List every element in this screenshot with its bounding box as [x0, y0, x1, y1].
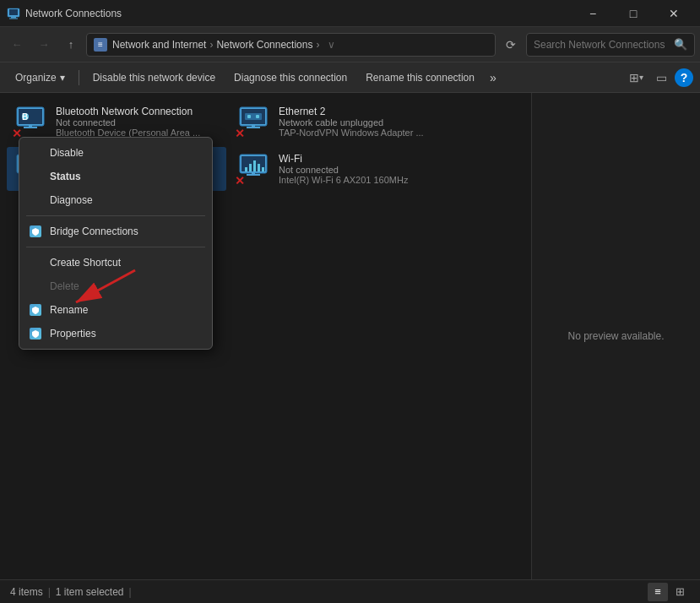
svg-rect-30: [253, 160, 256, 171]
ctx-disable[interactable]: Disable: [19, 141, 212, 165]
error-badge: ✕: [235, 174, 245, 187]
toolbar-separator-1: [79, 70, 79, 85]
back-button[interactable]: ←: [5, 33, 29, 57]
ctx-rename-icon: [28, 302, 43, 318]
svg-rect-15: [247, 115, 251, 118]
addressbar: ← → ↑ ≡ Network and Internet › Network C…: [0, 27, 700, 62]
breadcrumb[interactable]: ≡ Network and Internet › Network Connect…: [86, 33, 496, 57]
svg-rect-27: [247, 174, 260, 176]
ctx-delete: Delete: [19, 274, 212, 298]
breadcrumb-icon: ≡: [94, 38, 107, 52]
item-icon-wrap: ✕: [236, 106, 270, 139]
svg-rect-2: [11, 17, 16, 19]
preview-text: No preview available.: [567, 330, 664, 342]
svg-rect-1: [9, 9, 18, 15]
toolbar: Organize ▾ Disable this network device D…: [0, 62, 700, 93]
ctx-shortcut[interactable]: Create Shortcut: [19, 251, 212, 274]
context-menu: Disable Status Diagnose Bridge Connectio…: [19, 137, 213, 350]
ctx-separator-2: [26, 247, 205, 247]
close-button[interactable]: ✕: [654, 0, 693, 27]
disable-network-button[interactable]: Disable this network device: [84, 66, 224, 90]
svg-rect-12: [252, 124, 255, 127]
maximize-button[interactable]: □: [614, 0, 653, 27]
statusbar: 4 items | 1 item selected | ≡ ⊞: [0, 579, 700, 603]
status-details-view-button[interactable]: ≡: [648, 583, 668, 601]
breadcrumb-path2: Network Connections: [216, 39, 312, 51]
ctx-bridge[interactable]: Bridge Connections: [19, 220, 212, 243]
ctx-rename[interactable]: Rename: [19, 298, 212, 322]
search-input[interactable]: [534, 39, 674, 51]
search-box[interactable]: 🔍: [526, 33, 695, 57]
shield-icon: [30, 304, 41, 316]
item-status: Network cable unplugged: [279, 117, 424, 128]
refresh-button[interactable]: ⟳: [499, 33, 523, 57]
item-device: TAP-NordVPN Windows Adapter ...: [279, 128, 424, 138]
titlebar: Network Connections − □ ✕: [0, 0, 700, 27]
diagnose-button[interactable]: Diagnose this connection: [225, 66, 355, 90]
ctx-separator-1: [26, 215, 205, 216]
ctx-status[interactable]: Status: [19, 165, 212, 188]
ctx-rename-label: Rename: [50, 304, 88, 316]
item-icon-wrap: B ✕: [14, 106, 47, 139]
ctx-bridge-label: Bridge Connections: [50, 225, 138, 237]
item-name: Wi-Fi: [279, 153, 408, 165]
status-sep-1: |: [48, 586, 51, 598]
svg-rect-3: [9, 18, 18, 19]
list-item[interactable]: ✕ Ethernet 2 Network cable unplugged TAP…: [230, 100, 449, 144]
status-sep-2: |: [129, 586, 132, 598]
ctx-disable-label: Disable: [50, 147, 84, 159]
item-name: Bluetooth Network Connection: [56, 106, 200, 117]
svg-text:B: B: [22, 112, 28, 122]
ctx-properties-icon: [28, 326, 43, 341]
breadcrumb-path1: Network and Internet: [112, 39, 206, 51]
search-icon: 🔍: [674, 38, 687, 51]
item-info: Ethernet 2 Network cable unplugged TAP-N…: [279, 106, 424, 138]
svg-rect-7: [29, 124, 32, 127]
item-count: 4 items: [10, 586, 43, 598]
window-title: Network Connections: [25, 8, 573, 19]
breadcrumb-arrow: ∨: [328, 39, 335, 51]
svg-rect-16: [256, 115, 259, 118]
window-controls: − □ ✕: [573, 0, 693, 27]
svg-rect-8: [24, 127, 37, 128]
svg-rect-13: [247, 127, 260, 128]
list-item[interactable]: ✕ Wi-Fi Not connected Intel(R) Wi-Fi 6 A…: [230, 147, 449, 191]
preview-panel: No preview available.: [531, 93, 700, 579]
panel-toggle-button[interactable]: ▭: [649, 66, 673, 90]
rename-button[interactable]: Rename this connection: [357, 66, 483, 90]
svg-rect-31: [258, 164, 260, 171]
more-button[interactable]: »: [485, 66, 502, 90]
item-status: Not connected: [56, 117, 200, 128]
breadcrumb-sep1: ›: [209, 39, 213, 51]
ctx-diagnose[interactable]: Diagnose: [19, 188, 212, 212]
selected-count: 1 item selected: [56, 586, 124, 598]
forward-button[interactable]: →: [32, 33, 56, 57]
item-info: Wi-Fi Not connected Intel(R) Wi-Fi 6 AX2…: [279, 153, 408, 185]
item-icon-wrap: ✕: [236, 153, 270, 186]
shield-icon: [30, 225, 41, 237]
error-badge: ✕: [235, 127, 245, 140]
main-content: B ✕ Bluetooth Network Connection Not con…: [0, 93, 700, 579]
svg-rect-29: [249, 164, 252, 171]
svg-rect-26: [252, 171, 255, 174]
item-status: Not connected: [279, 165, 408, 175]
help-button[interactable]: ?: [675, 68, 693, 87]
file-area: B ✕ Bluetooth Network Connection Not con…: [0, 93, 531, 579]
shield-icon: [30, 328, 41, 340]
breadcrumb-sep2: ›: [316, 39, 319, 51]
ctx-delete-label: Delete: [50, 280, 79, 292]
svg-rect-32: [262, 167, 264, 171]
status-tiles-view-button[interactable]: ⊞: [670, 583, 690, 601]
organize-button[interactable]: Organize ▾: [7, 66, 73, 90]
ctx-bridge-icon: [28, 224, 43, 239]
ctx-properties-label: Properties: [50, 328, 96, 340]
statusbar-right: ≡ ⊞: [648, 583, 690, 601]
window-icon: [7, 7, 20, 20]
up-button[interactable]: ↑: [59, 33, 83, 57]
toolbar-right: ⊞ ▾ ▭ ?: [624, 66, 693, 90]
ctx-properties[interactable]: Properties: [19, 322, 212, 345]
minimize-button[interactable]: −: [573, 0, 612, 27]
ctx-status-label: Status: [50, 171, 81, 182]
item-name: Ethernet 2: [279, 106, 424, 117]
view-toggle-button[interactable]: ⊞ ▾: [624, 66, 648, 90]
